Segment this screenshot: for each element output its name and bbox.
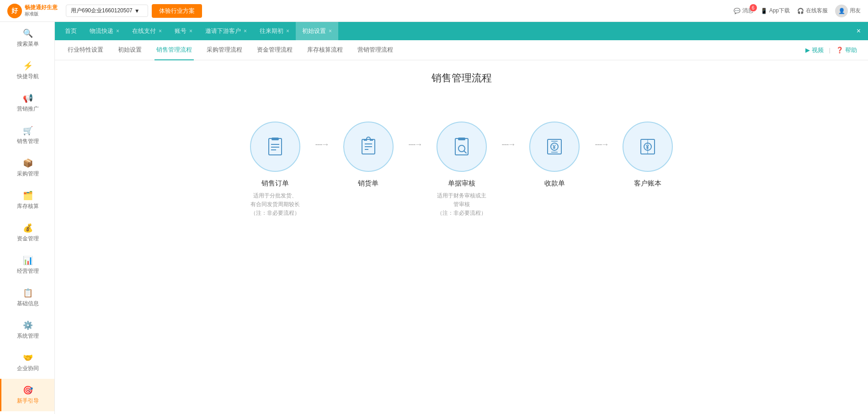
sidebar-item-label: 营销推广 — [17, 105, 39, 113]
logo-sub: 标准版 — [25, 11, 58, 17]
nav-tab-invite[interactable]: 邀请下游客户× — [199, 22, 253, 40]
marketing-icon: 📢 — [23, 93, 33, 103]
purchase-icon: 📦 — [23, 158, 33, 168]
flow-step-sales-order[interactable]: 销售订单 适用于分批发货、有合同发货周期较长（注：非必要流程） — [239, 122, 312, 218]
sidebar-item-label: 采购管理 — [17, 170, 39, 178]
nav-tab-setup[interactable]: 初始设置× — [296, 22, 338, 40]
flow-label-sales-order: 销售订单 — [261, 179, 289, 188]
sidebar-item-appstore[interactable]: 🔔应用中心 — [0, 411, 54, 414]
flow-arrow-3: - - -→ — [502, 122, 515, 149]
quick-icon: ⚡ — [23, 61, 33, 71]
nav-tab-label-period: 往来期初 — [260, 27, 283, 35]
sidebar-item-purchase[interactable]: 📦采购管理 — [0, 152, 54, 184]
app-download-label: App下载 — [769, 7, 790, 15]
nav-close-button[interactable]: × — [853, 27, 864, 35]
nav-tab-close-period[interactable]: × — [286, 28, 289, 34]
sub-tab-inventory[interactable]: 库存核算流程 — [305, 40, 345, 60]
avatar: 👤 — [835, 5, 848, 17]
flow-desc-doc-review: 适用于财务审核或主管审核（注：非必要流程） — [437, 191, 486, 218]
operation-icon: 📊 — [23, 255, 33, 265]
sidebar-item-label: 销售管理 — [17, 138, 39, 145]
svg-rect-1 — [272, 138, 279, 140]
sub-tabs-right: ▶ 视频 | ❓ 帮助 — [805, 46, 857, 54]
customer-service-label: 在线客服 — [806, 7, 828, 15]
sidebar-item-system[interactable]: ⚙️系统管理 — [0, 314, 54, 346]
logo-icon: 好 — [7, 4, 22, 18]
sidebar-item-capital[interactable]: 💰资金管理 — [0, 217, 54, 249]
sub-tab-purchase[interactable]: 采购管理流程 — [205, 40, 244, 60]
flow-label-customer-account: 客户账本 — [634, 179, 661, 188]
nav-tab-payment[interactable]: 在线支付× — [126, 22, 168, 40]
nav-tab-logistics[interactable]: 物流快递× — [83, 22, 126, 40]
flow-step-receipt[interactable]: ¥ 收款单 — [518, 122, 591, 191]
logo-text: 畅捷通好生意 — [25, 4, 58, 11]
nav-tab-close-account[interactable]: × — [189, 28, 192, 34]
app-download-icon: 📱 — [761, 8, 767, 14]
user-selector[interactable]: 用户690企业1660120507 ▼ — [66, 5, 148, 17]
svg-line-12 — [464, 151, 466, 153]
svg-rect-10 — [458, 138, 465, 140]
flow-label-doc-review: 单据审核 — [448, 179, 475, 188]
sidebar-item-marketing[interactable]: 📢营销推广 — [0, 87, 54, 119]
enterprise-icon: 🤝 — [23, 353, 33, 363]
user-menu[interactable]: 👤 用友 — [835, 5, 861, 17]
nav-tab-label-invite: 邀请下游客户 — [205, 27, 241, 35]
messages-badge: 6 — [750, 4, 757, 11]
sidebar-item-label: 资金管理 — [17, 235, 39, 243]
sidebar-item-sales[interactable]: 🛒销售管理 — [0, 119, 54, 152]
sidebar-item-quick[interactable]: ⚡快捷导航 — [0, 54, 54, 87]
sub-tab-marketing[interactable]: 营销管理流程 — [356, 40, 395, 60]
sidebar-item-search[interactable]: 🔍搜索菜单 — [0, 22, 54, 54]
video-link[interactable]: ▶ 视频 — [805, 46, 824, 54]
app-download-button[interactable]: 📱 App下载 — [761, 7, 790, 15]
flow-label-receipt: 收款单 — [544, 179, 565, 188]
flow-arrow-2: - - -→ — [409, 122, 421, 149]
logo-area: 好 畅捷通好生意 标准版 — [7, 4, 62, 18]
help-icon: ❓ — [836, 47, 843, 53]
content-area: 首页物流快递×在线支付×账号×邀请下游客户×往来期初×初始设置× × 行业特性设… — [55, 22, 868, 414]
newbie-icon: 🎯 — [23, 385, 33, 395]
nav-tab-account[interactable]: 账号× — [168, 22, 199, 40]
nav-tab-close-setup[interactable]: × — [329, 28, 332, 34]
nav-tabs: 首页物流快递×在线支付×账号×邀请下游客户×往来期初×初始设置× × — [55, 22, 868, 40]
sidebar-item-operation[interactable]: 📊经营管理 — [0, 249, 54, 281]
customer-service-button[interactable]: 🎧 在线客服 — [797, 7, 828, 15]
nav-tab-close-invite[interactable]: × — [244, 28, 247, 34]
flow-step-sales-invoice[interactable]: 销货单 — [332, 122, 405, 191]
flow-diagram: 销售订单 适用于分批发货、有合同发货周期较长（注：非必要流程） - - -→ 销… — [66, 112, 857, 227]
nav-tab-label-logistics: 物流快递 — [90, 27, 113, 35]
divider: | — [829, 47, 831, 53]
capital-icon: 💰 — [23, 223, 33, 233]
nav-tab-label-setup: 初始设置 — [302, 27, 326, 35]
message-icon: 💬 — [734, 8, 740, 14]
sidebar-item-label: 搜索菜单 — [17, 40, 39, 48]
sidebar-item-enterprise[interactable]: 🤝企业协同 — [0, 346, 54, 379]
messages-button[interactable]: 💬 消息 6 — [734, 7, 753, 15]
sidebar-item-inventory[interactable]: 🗂️库存核算 — [0, 184, 54, 217]
sub-tab-industry[interactable]: 行业特性设置 — [66, 40, 105, 60]
flow-desc-sales-order: 适用于分批发货、有合同发货周期较长（注：非必要流程） — [250, 191, 300, 218]
flow-step-customer-account[interactable]: ¥ 客户账本 — [611, 122, 684, 191]
flow-label-sales-invoice: 销货单 — [358, 179, 378, 188]
nav-tab-period[interactable]: 往来期初× — [253, 22, 296, 40]
nav-tab-home[interactable]: 首页 — [59, 22, 83, 40]
sidebar-item-label: 基础信息 — [17, 300, 39, 308]
sidebar-item-basic[interactable]: 📋基础信息 — [0, 281, 54, 314]
help-link[interactable]: ❓ 帮助 — [836, 46, 857, 54]
nav-tab-label-payment: 在线支付 — [132, 27, 156, 35]
nav-tab-close-logistics[interactable]: × — [116, 28, 119, 34]
sidebar-item-newbie[interactable]: 🎯新手引导 — [0, 379, 54, 411]
flow-arrow-1: - - -→ — [315, 122, 328, 149]
flow-circle-sales-order — [250, 122, 300, 172]
main-layout: 🔍搜索菜单⚡快捷导航📢营销推广🛒销售管理📦采购管理🗂️库存核算💰资金管理📊经营管… — [0, 22, 868, 414]
trial-button[interactable]: 体验行业方案 — [152, 4, 202, 18]
flow-circle-receipt: ¥ — [529, 122, 580, 172]
sub-tab-capital[interactable]: 资金管理流程 — [255, 40, 294, 60]
nav-tab-label-home: 首页 — [65, 27, 77, 35]
sidebar-item-label: 经营管理 — [17, 267, 39, 275]
flow-step-doc-review[interactable]: 单据审核 适用于财务审核或主管审核（注：非必要流程） — [425, 122, 498, 218]
sub-tab-initial[interactable]: 初始设置 — [116, 40, 144, 60]
nav-tab-close-payment[interactable]: × — [159, 28, 162, 34]
sub-tab-sales[interactable]: 销售管理流程 — [154, 40, 194, 60]
page-title: 销售管理流程 — [66, 71, 857, 85]
